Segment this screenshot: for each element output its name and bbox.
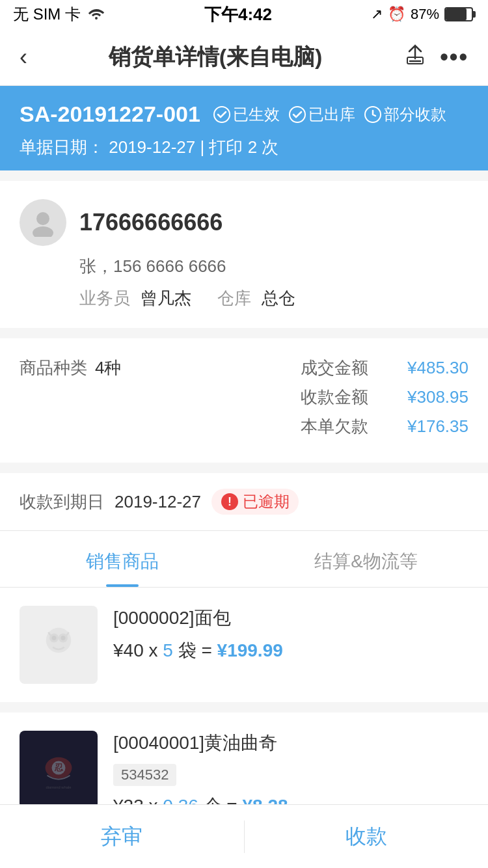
owed-label: 本单欠款 bbox=[301, 415, 368, 438]
status-bar: 无 SIM 卡 下午4:42 ↗ ⏰ 87% bbox=[0, 0, 488, 29]
customer-contact: 张，156 6666 6666 bbox=[20, 255, 468, 278]
svg-text:diamond whale: diamond whale bbox=[46, 785, 71, 789]
product-info-1: [0000002]面包 ¥40 x 5 袋 = ¥199.99 bbox=[113, 606, 468, 663]
product-types-label: 商品种类 bbox=[20, 357, 87, 379]
svg-point-11 bbox=[52, 636, 57, 640]
status-left: 无 SIM 卡 bbox=[13, 4, 105, 25]
salesperson-value: 曾凡杰 bbox=[141, 288, 191, 308]
summary-section: 商品种类 4种 成交金额 ¥485.30 收款金额 ¥308.95 本单欠款 ¥… bbox=[0, 338, 488, 463]
amount-item: 成交金额 ¥485.30 bbox=[301, 357, 468, 379]
status-tags: 已生效 已出库 部分收款 bbox=[213, 104, 446, 125]
tab-sales-products-label: 销售商品 bbox=[86, 551, 159, 571]
product-price-1: ¥40 x 5 袋 = ¥199.99 bbox=[113, 638, 468, 663]
status-right: ↗ ⏰ 87% bbox=[371, 6, 475, 23]
status-tag-partial: 部分收款 bbox=[364, 104, 446, 125]
tab-settlement-label: 结算&物流等 bbox=[314, 551, 418, 571]
amount-label: 成交金额 bbox=[301, 357, 368, 379]
nav-bar: ‹ 销货单详情(来自电脑) ••• bbox=[0, 29, 488, 86]
banner-date-row: 单据日期： 2019-12-27 | 打印 2 次 bbox=[20, 136, 468, 159]
received-label: 收款金额 bbox=[301, 386, 368, 409]
warehouse-label: 仓库 bbox=[217, 288, 251, 308]
product-name-2: [00040001]黄油曲奇 bbox=[113, 731, 468, 755]
tab-sales-products[interactable]: 销售商品 bbox=[0, 531, 244, 587]
due-date-value: 2019-12-27 bbox=[115, 492, 201, 512]
tab-settlement[interactable]: 结算&物流等 bbox=[244, 531, 488, 587]
header-banner: SA-20191227-001 已生效 已出库 部分收款 单据日期： 2019-… bbox=[0, 86, 488, 170]
overdue-badge: ! 已逾期 bbox=[211, 489, 299, 515]
nav-actions: ••• bbox=[403, 43, 468, 71]
owed-item: 本单欠款 ¥176.35 bbox=[301, 415, 468, 438]
print-count: 2 bbox=[248, 137, 257, 157]
order-id: SA-20191227-001 bbox=[20, 102, 200, 127]
share-icon[interactable] bbox=[403, 43, 427, 71]
print-label: 打印 bbox=[209, 137, 243, 157]
svg-point-4 bbox=[36, 212, 49, 225]
print-unit: 次 bbox=[262, 137, 278, 157]
svg-point-12 bbox=[61, 636, 66, 640]
battery-percent: 87% bbox=[411, 6, 439, 23]
wifi-icon bbox=[87, 5, 105, 23]
customer-section: 17666666666 张，156 6666 6666 业务员 曾凡杰 仓库 总… bbox=[0, 181, 488, 328]
tabs-bar: 销售商品 结算&物流等 bbox=[0, 531, 488, 588]
svg-text:忍: 忍 bbox=[54, 763, 64, 772]
gps-icon: ↗ bbox=[371, 6, 383, 23]
unit-1: 袋 bbox=[178, 640, 197, 660]
customer-name: 17666666666 bbox=[79, 209, 223, 236]
svg-text:!: ! bbox=[228, 495, 232, 508]
product-thumb-1 bbox=[20, 606, 98, 684]
salesperson-label: 业务员 bbox=[79, 288, 130, 308]
summary-row: 商品种类 4种 成交金额 ¥485.30 收款金额 ¥308.95 本单欠款 ¥… bbox=[20, 357, 468, 444]
summary-right: 成交金额 ¥485.30 收款金额 ¥308.95 本单欠款 ¥176.35 bbox=[301, 357, 468, 444]
battery-icon bbox=[444, 7, 475, 21]
product-name-1: [0000002]面包 bbox=[113, 606, 468, 631]
bottom-bar: 弃审 收款 bbox=[0, 804, 488, 868]
customer-top: 17666666666 bbox=[20, 199, 468, 246]
svg-point-2 bbox=[290, 107, 305, 122]
total-1: ¥199.99 bbox=[217, 640, 283, 660]
qty-1: 5 bbox=[163, 640, 173, 660]
order-date: 2019-12-27 bbox=[109, 137, 195, 157]
cancel-review-button[interactable]: 弃审 bbox=[0, 805, 244, 868]
customer-meta: 业务员 曾凡杰 仓库 总仓 bbox=[20, 287, 468, 310]
collect-payment-button[interactable]: 收款 bbox=[245, 805, 489, 868]
owed-value: ¥176.35 bbox=[407, 416, 468, 437]
received-item: 收款金额 ¥308.95 bbox=[301, 386, 468, 409]
svg-point-1 bbox=[214, 107, 230, 122]
product-types-value: 4种 bbox=[95, 357, 121, 379]
overdue-text: 已逾期 bbox=[243, 491, 290, 512]
product-thumb-2: 忍 diamond whale bbox=[20, 731, 98, 809]
product-tag-2: 534532 bbox=[113, 764, 176, 786]
page-title: 销货单详情(来自电脑) bbox=[109, 42, 323, 72]
product-item: [0000002]面包 ¥40 x 5 袋 = ¥199.99 bbox=[0, 588, 488, 702]
back-button[interactable]: ‹ bbox=[20, 44, 27, 71]
due-label: 收款到期日 bbox=[20, 491, 104, 513]
more-icon[interactable]: ••• bbox=[440, 44, 468, 71]
summary-left: 商品种类 4种 bbox=[20, 357, 121, 386]
warehouse-value: 总仓 bbox=[262, 288, 295, 308]
product-list: [0000002]面包 ¥40 x 5 袋 = ¥199.99 忍 diamon… bbox=[0, 588, 488, 837]
alarm-icon: ⏰ bbox=[388, 6, 405, 23]
carrier-text: 无 SIM 卡 bbox=[13, 4, 81, 25]
date-label: 单据日期： bbox=[20, 137, 104, 157]
price-base-1: ¥40 bbox=[113, 640, 144, 660]
avatar bbox=[20, 199, 66, 246]
svg-point-5 bbox=[33, 226, 53, 237]
status-tag-effective: 已生效 bbox=[213, 104, 280, 125]
status-tag-shipped: 已出库 bbox=[289, 104, 355, 125]
due-section: 收款到期日 2019-12-27 ! 已逾期 bbox=[0, 473, 488, 531]
status-time: 下午4:42 bbox=[204, 3, 272, 26]
received-value: ¥308.95 bbox=[407, 387, 468, 407]
amount-value: ¥485.30 bbox=[407, 358, 468, 378]
product-types-item: 商品种类 4种 bbox=[20, 357, 121, 379]
